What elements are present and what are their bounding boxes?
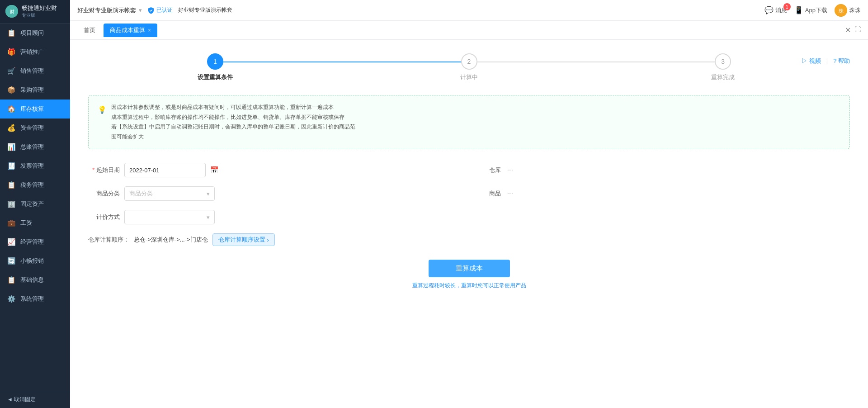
- close-icon[interactable]: ✕: [845, 26, 851, 34]
- info-box: 💡 因成本计算参数调整，或是对商品成本有疑问时，可以通过成本重算功能，重新计算一…: [88, 95, 850, 149]
- pin-toggle-button[interactable]: ◄ 取消固定: [0, 391, 70, 408]
- form-date-section: 起始日期 📅: [88, 163, 469, 177]
- sidebar-label-system: 系统管理: [20, 295, 44, 303]
- sidebar-item-salary[interactable]: 💼 工资: [0, 213, 70, 232]
- form-goods-section: 商品 ···: [469, 190, 850, 198]
- video-link[interactable]: ▷ 视频: [802, 57, 821, 65]
- app-download-label: App下载: [805, 6, 827, 14]
- step-2-label: 计算中: [460, 73, 478, 81]
- category-dropdown-icon: ▾: [207, 190, 210, 197]
- steps-indicator: 1 设置重算条件 2 计算中 3 重算完成 ▷ 视频 |: [88, 53, 850, 81]
- form-row-category-goods: 商品分类 商品分类 ▾ 商品 ···: [88, 186, 850, 201]
- warehouse-label: 仓库: [469, 166, 501, 174]
- message-badge: 1: [783, 3, 791, 10]
- info-text: 因成本计算参数调整，或是对商品成本有疑问时，可以通过成本重算功能，重新计算一遍成…: [111, 103, 355, 142]
- sidebar-item-system[interactable]: ⚙️ 系统管理: [0, 289, 70, 308]
- sidebar-item-operation[interactable]: 📈 经营管理: [0, 232, 70, 251]
- sidebar-label-salary: 工资: [20, 219, 32, 227]
- pin-toggle-label: ◄ 取消固定: [7, 396, 36, 403]
- app-name: 畅捷通好业财: [22, 5, 57, 12]
- warehouse-select-button[interactable]: ···: [505, 166, 515, 174]
- message-button[interactable]: 💬 消息 1: [764, 6, 787, 14]
- app-edition: 专业版: [22, 12, 57, 19]
- user-name: 珠珠: [849, 6, 861, 14]
- step-3-circle: 3: [715, 53, 731, 70]
- project-icon: 📋: [7, 29, 16, 37]
- start-date-input[interactable]: [124, 163, 206, 177]
- verified-badge: 已认证: [147, 6, 173, 14]
- sidebar-item-inventory[interactable]: 🏠 库存核算: [0, 100, 70, 119]
- logo-icon: 财: [5, 5, 18, 18]
- category-placeholder: 商品分类: [129, 190, 153, 198]
- message-icon: 💬: [764, 6, 774, 14]
- expense-icon: 🔄: [7, 257, 16, 265]
- sidebar-item-purchase[interactable]: 📦 采购管理: [0, 81, 70, 100]
- sidebar-label-tax: 税务管理: [20, 181, 44, 189]
- marketing-icon: 🎁: [7, 48, 16, 56]
- sales-icon: 🛒: [7, 67, 16, 75]
- user-avatar-button[interactable]: 珠 珠珠: [835, 4, 861, 17]
- warehouse-order-label: 仓库计算顺序：: [88, 236, 129, 244]
- sidebar: 财 畅捷通好业财 专业版 📋 项目顾问 🎁 营销推广 🛒 销售管理 📦 采购管理…: [0, 0, 70, 408]
- pricing-row: 计价方式 ▾: [88, 210, 850, 224]
- steps-help: ▷ 视频 | ? 帮助: [802, 57, 850, 65]
- salary-icon: 💼: [7, 219, 16, 227]
- purchase-icon: 📦: [7, 86, 16, 94]
- tab-close-icon[interactable]: ×: [148, 27, 151, 33]
- account-dropdown-icon: ▾: [139, 7, 142, 14]
- app-download-button[interactable]: 📱 App下载: [794, 6, 827, 14]
- recalc-button[interactable]: 重算成本: [429, 260, 510, 277]
- operation-icon: 📈: [7, 238, 16, 246]
- step-1-circle: 1: [207, 53, 223, 70]
- warehouse-order-setting-label: 仓库计算顺序设置: [218, 236, 265, 244]
- account-selector[interactable]: 好业财专业版演示帐套 ▾: [77, 6, 142, 14]
- svg-text:财: 财: [9, 9, 14, 14]
- sidebar-item-sales[interactable]: 🛒 销售管理: [0, 62, 70, 81]
- recalc-section: 重算成本 重算过程耗时较长，重算时您可以正常使用产品: [88, 260, 850, 289]
- avatar: 珠: [835, 4, 847, 17]
- step-2: 2 计算中: [342, 53, 596, 81]
- sidebar-label-inventory: 库存核算: [20, 105, 44, 113]
- warehouse-order-setting-button[interactable]: 仓库计算顺序设置 ›: [212, 233, 275, 246]
- expand-icon[interactable]: ⛶: [854, 26, 861, 34]
- sidebar-label-basic: 基础信息: [20, 276, 44, 284]
- sidebar-item-fixed-assets[interactable]: 🏢 固定资产: [0, 195, 70, 213]
- tab-cost-recalc[interactable]: 商品成本重算 ×: [104, 24, 157, 37]
- sidebar-item-basic[interactable]: 📋 基础信息: [0, 270, 70, 289]
- sidebar-item-finance[interactable]: 💰 资金管理: [0, 119, 70, 138]
- verified-text: 已认证: [156, 6, 173, 14]
- sidebar-label-operation: 经营管理: [20, 238, 44, 246]
- finance-icon: 💰: [7, 124, 16, 132]
- sidebar-label-sales: 销售管理: [20, 67, 44, 75]
- mobile-icon: 📱: [794, 6, 803, 14]
- sidebar-label-accounting: 总账管理: [20, 143, 44, 151]
- step-1: 1 设置重算条件: [88, 53, 342, 81]
- fixed-assets-icon: 🏢: [7, 200, 16, 208]
- form-warehouse-section: 仓库 ···: [469, 166, 850, 174]
- inventory-icon: 🏠: [7, 105, 16, 113]
- category-select[interactable]: 商品分类 ▾: [124, 186, 215, 201]
- accounting-icon: 📊: [7, 143, 16, 151]
- help-link[interactable]: ? 帮助: [833, 57, 850, 65]
- sidebar-item-accounting[interactable]: 📊 总账管理: [0, 138, 70, 157]
- sidebar-label-finance: 资金管理: [20, 124, 44, 132]
- tax-icon: 📋: [7, 181, 16, 189]
- step-1-label: 设置重算条件: [198, 73, 233, 81]
- sidebar-label-expense: 小畅报销: [20, 257, 44, 265]
- shield-icon: [147, 7, 155, 14]
- tab-home[interactable]: 首页: [77, 24, 102, 37]
- tab-cost-recalc-label: 商品成本重算: [110, 26, 145, 34]
- goods-select-button[interactable]: ···: [505, 190, 515, 198]
- tabbar-controls: ✕ ⛶: [845, 26, 861, 34]
- basic-icon: 📋: [7, 276, 16, 284]
- sidebar-item-expense[interactable]: 🔄 小畅报销: [0, 251, 70, 270]
- pricing-select[interactable]: ▾: [124, 210, 215, 224]
- sidebar-item-marketing[interactable]: 🎁 营销推广: [0, 43, 70, 62]
- sidebar-item-project[interactable]: 📋 项目顾问: [0, 24, 70, 43]
- svg-text:珠: 珠: [839, 8, 844, 14]
- sidebar-label-fixed-assets: 固定资产: [20, 200, 44, 208]
- sidebar-item-tax[interactable]: 📋 税务管理: [0, 176, 70, 195]
- tab-home-label: 首页: [84, 26, 95, 34]
- sidebar-item-invoice[interactable]: 🧾 发票管理: [0, 157, 70, 176]
- calendar-icon[interactable]: 📅: [210, 166, 219, 174]
